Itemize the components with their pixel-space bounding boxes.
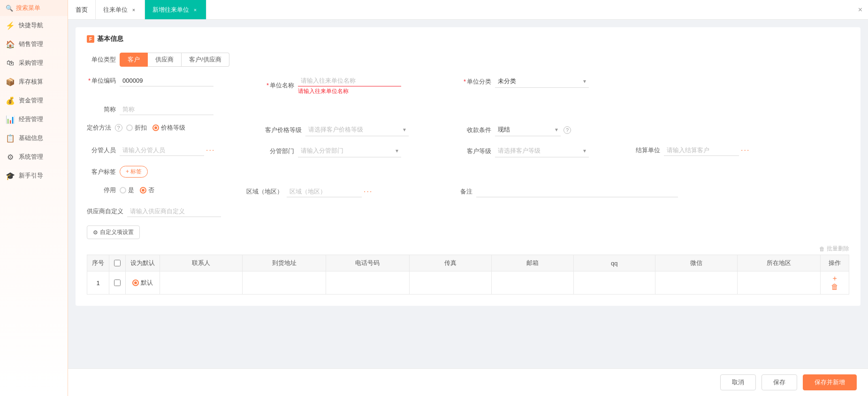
sidebar: 🔍 搜索菜单 ⚡ 快捷导航 🏠 销售管理 🛍 采购管理 📦 库存核算 💰 资金管… (0, 0, 68, 396)
th-wechat: 微信 (655, 255, 737, 272)
row-contact-input[interactable] (165, 280, 237, 287)
abbr-input[interactable] (120, 104, 213, 115)
tab-new-contact-close[interactable]: × (192, 7, 198, 13)
row-qq-input[interactable] (579, 280, 650, 287)
row-phone[interactable] (326, 272, 409, 295)
row-address-input[interactable] (247, 280, 321, 287)
sidebar-item-search[interactable]: 🔍 搜索菜单 (0, 0, 68, 16)
disabled-radio-yes-circle (120, 187, 126, 194)
row-qq[interactable] (573, 272, 655, 295)
tab-new-contact[interactable]: 新增往来单位 × (145, 0, 206, 19)
pricing-help-icon[interactable]: ? (115, 124, 122, 132)
customer-level-placeholder: 请选择客户等级 (498, 147, 583, 155)
system-icon: ⚙ (6, 152, 15, 162)
tag-field: 客户标签 + 标签 (87, 166, 849, 178)
row-phone-input[interactable] (331, 280, 404, 287)
unit-btn-supplier[interactable]: 供应商 (148, 53, 182, 67)
row-default-radio[interactable]: 默认 (130, 279, 155, 287)
row-wechat[interactable] (655, 272, 737, 295)
row-delete-button[interactable]: 🗑 (830, 283, 840, 291)
settlement-input[interactable] (664, 145, 739, 156)
code-input[interactable] (120, 75, 213, 86)
unit-type-label: 单位类型 (87, 55, 120, 64)
sidebar-item-operations[interactable]: 📊 经营管理 (0, 110, 68, 129)
th-fax: 传真 (409, 255, 491, 272)
category-label: *单位分类 (462, 78, 495, 86)
main-area: 首页 往来单位 × 新增往来单位 × × F 基本信息 单位类型 (68, 0, 868, 396)
name-error-msg: 请输入往来单位名称 (298, 87, 443, 95)
save-new-button[interactable]: 保存并新增 (803, 374, 857, 390)
row-contact[interactable] (160, 272, 243, 295)
row-checkbox (109, 272, 126, 295)
payment-help-icon[interactable]: ? (563, 126, 571, 134)
row-fax-input[interactable] (414, 280, 487, 287)
pricing-radio-discount[interactable]: 折扣 (126, 124, 147, 132)
sidebar-item-basic-info[interactable]: 📋 基础信息 (0, 129, 68, 148)
region-label: 区域（地区） (246, 187, 287, 196)
footer: 取消 保存 保存并新增 (68, 368, 868, 396)
name-input[interactable] (298, 75, 401, 86)
row-email-input[interactable] (496, 280, 569, 287)
sidebar-item-sales[interactable]: 🏠 销售管理 (0, 35, 68, 54)
manager-row: 分管人员 ··· 分管部门 请输入分管部门 ▾ 客户等级 请选择客户等级 ▾ (87, 145, 849, 157)
row-email[interactable] (491, 272, 573, 295)
disabled-radio-yes[interactable]: 是 (120, 186, 134, 194)
row-add-button[interactable]: + (831, 274, 838, 283)
disabled-radio-no[interactable]: 否 (140, 186, 154, 194)
row-checkbox-input[interactable] (114, 280, 121, 286)
remark-input[interactable] (476, 186, 678, 197)
supplier-custom-input[interactable] (127, 206, 221, 217)
row-wechat-input[interactable] (660, 280, 732, 287)
tab-contacts[interactable]: 往来单位 × (96, 0, 145, 19)
batch-delete-label[interactable]: 批量删除 (827, 245, 849, 253)
sidebar-item-inventory[interactable]: 📦 库存核算 (0, 72, 68, 91)
tab-contacts-close[interactable]: × (130, 7, 137, 13)
select-all-checkbox[interactable] (114, 260, 121, 266)
section-title-icon: F (87, 35, 94, 43)
sidebar-item-guide[interactable]: 🎓 新手引导 (0, 166, 68, 185)
sidebar-item-quick-nav[interactable]: ⚡ 快捷导航 (0, 16, 68, 35)
row-region[interactable] (737, 272, 821, 295)
custom-settings-button[interactable]: ⚙ 自定义项设置 (87, 225, 140, 239)
unit-btn-both[interactable]: 客户/供应商 (182, 53, 229, 67)
customer-price-select[interactable]: 请选择客户价格等级 ▾ (305, 124, 409, 136)
sidebar-item-label: 采购管理 (19, 59, 43, 67)
payment-select[interactable]: 现结 ▾ (495, 124, 561, 136)
cancel-button[interactable]: 取消 (720, 374, 756, 390)
basic-info-icon: 📋 (6, 133, 15, 143)
gear-icon: ⚙ (93, 229, 98, 236)
row-fax[interactable] (409, 272, 491, 295)
tab-home[interactable]: 首页 (68, 0, 96, 19)
add-tag-button[interactable]: + 标签 (120, 166, 148, 178)
unit-btn-customer[interactable]: 客户 (120, 53, 148, 67)
close-all-tabs[interactable]: × (853, 0, 868, 19)
sidebar-item-label: 新手引导 (19, 171, 43, 180)
region-input[interactable] (287, 186, 362, 197)
th-qq: qq (573, 255, 655, 272)
row-default: 默认 (126, 272, 160, 295)
settlement-more-icon[interactable]: ··· (739, 146, 752, 155)
region-more-icon[interactable]: ··· (362, 187, 374, 196)
sidebar-item-purchase[interactable]: 🛍 采购管理 (0, 54, 68, 72)
row-address[interactable] (243, 272, 326, 295)
name-input-wrap: 请输入往来单位名称 (298, 75, 443, 95)
save-button[interactable]: 保存 (761, 374, 797, 390)
dept-chevron-icon: ▾ (396, 148, 398, 154)
sidebar-item-finance[interactable]: 💰 资金管理 (0, 91, 68, 110)
category-select[interactable]: 未分类 ▾ (495, 75, 589, 88)
sidebar-item-system[interactable]: ⚙ 系统管理 (0, 148, 68, 166)
customer-level-select[interactable]: 请选择客户等级 ▾ (495, 145, 589, 157)
manager-more-icon[interactable]: ··· (204, 146, 217, 155)
payment-field: 收款条件 现结 ▾ ? (462, 124, 631, 136)
sidebar-item-label: 经营管理 (19, 115, 43, 124)
th-region: 所在地区 (737, 255, 821, 272)
manager-input[interactable] (120, 145, 204, 156)
quick-nav-icon: ⚡ (6, 21, 15, 30)
dept-select[interactable]: 请输入分管部门 ▾ (298, 145, 401, 157)
row-region-input[interactable] (742, 280, 816, 287)
contacts-table: 序号 设为默认 联系人 到货地址 电话号码 传真 邮箱 qq 微信 所在地区 操… (87, 255, 849, 295)
operations-icon: 📊 (6, 115, 15, 124)
section-title: F 基本信息 (87, 35, 849, 43)
pricing-radio-grade[interactable]: 价格等级 (152, 124, 185, 132)
sidebar-search-label: 搜索菜单 (16, 4, 40, 12)
